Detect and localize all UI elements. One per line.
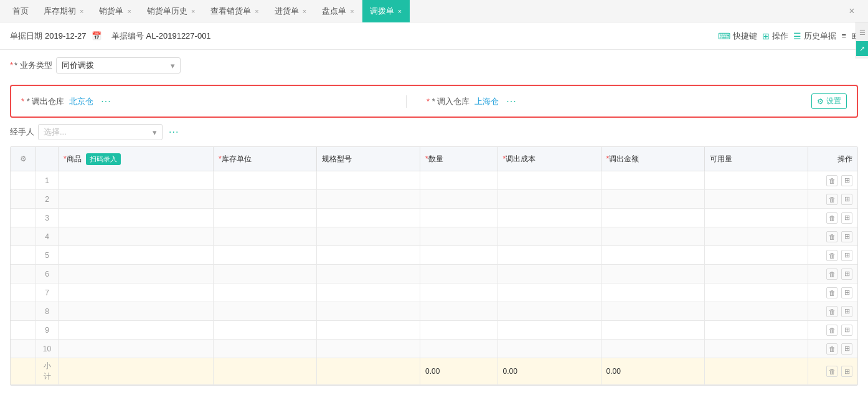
- row-delete-icon[interactable]: 🗑: [826, 250, 837, 261]
- td-cost[interactable]: [498, 340, 601, 358]
- td-cost[interactable]: [498, 302, 601, 321]
- sidebar-link-icon[interactable]: ↗: [856, 41, 869, 56]
- td-qty[interactable]: [420, 227, 498, 246]
- tab-inventory-count[interactable]: 盘点单 ×: [314, 0, 362, 22]
- transfer-out-value[interactable]: 北京仓: [69, 96, 93, 107]
- tab-home[interactable]: 首页: [5, 0, 36, 22]
- tab-close-sales-order[interactable]: ×: [127, 7, 131, 15]
- td-product[interactable]: [59, 283, 214, 302]
- td-amount[interactable]: [601, 340, 704, 358]
- subtotal-copy-icon[interactable]: ⊞: [841, 366, 852, 377]
- tab-transfer-order[interactable]: 调拨单 ×: [362, 0, 410, 22]
- td-amount[interactable]: [601, 265, 704, 283]
- td-spec[interactable]: [317, 246, 420, 265]
- row-delete-icon[interactable]: 🗑: [826, 287, 837, 298]
- row-delete-icon[interactable]: 🗑: [826, 194, 837, 205]
- tab-inventory-init[interactable]: 库存期初 ×: [36, 0, 92, 22]
- td-avail[interactable]: [704, 209, 808, 227]
- row-copy-icon[interactable]: ⊞: [841, 212, 852, 224]
- tab-sales-history[interactable]: 销货单历史 ×: [139, 0, 203, 22]
- row-copy-icon[interactable]: ⊞: [841, 287, 852, 298]
- td-cost[interactable]: [498, 283, 601, 302]
- td-amount[interactable]: [601, 171, 704, 190]
- td-avail[interactable]: [704, 227, 808, 246]
- subtotal-delete-icon[interactable]: 🗑: [826, 366, 837, 377]
- transfer-in-dots-button[interactable]: ···: [506, 96, 516, 107]
- doc-date-value[interactable]: 2019-12-27: [45, 31, 87, 40]
- td-amount[interactable]: [601, 209, 704, 227]
- row-copy-icon[interactable]: ⊞: [841, 175, 852, 186]
- td-unit[interactable]: [214, 302, 317, 321]
- tab-close-transfer-order[interactable]: ×: [398, 7, 402, 15]
- history-button[interactable]: ☰ 历史单据: [793, 31, 836, 42]
- td-amount[interactable]: [601, 190, 704, 209]
- td-avail[interactable]: [704, 265, 808, 283]
- td-qty[interactable]: [420, 209, 498, 227]
- td-amount[interactable]: [601, 283, 704, 302]
- td-cost[interactable]: [498, 227, 601, 246]
- td-qty[interactable]: [420, 190, 498, 209]
- td-spec[interactable]: [317, 302, 420, 321]
- td-avail[interactable]: [704, 321, 808, 340]
- td-cost[interactable]: [498, 246, 601, 265]
- operation-button[interactable]: ⊞ 操作: [762, 31, 788, 42]
- td-product[interactable]: [59, 321, 214, 340]
- td-amount[interactable]: [601, 227, 704, 246]
- td-qty[interactable]: [420, 246, 498, 265]
- handler-dots-button[interactable]: ···: [169, 126, 179, 138]
- td-unit[interactable]: [214, 246, 317, 265]
- td-qty[interactable]: [420, 265, 498, 283]
- td-amount[interactable]: [601, 321, 704, 340]
- td-spec[interactable]: [317, 283, 420, 302]
- td-amount[interactable]: [601, 246, 704, 265]
- row-delete-icon[interactable]: 🗑: [826, 175, 837, 186]
- td-spec[interactable]: [317, 340, 420, 358]
- td-product[interactable]: [59, 246, 214, 265]
- row-copy-icon[interactable]: ⊞: [841, 250, 852, 261]
- td-cost[interactable]: [498, 265, 601, 283]
- td-avail[interactable]: [704, 190, 808, 209]
- row-delete-icon[interactable]: 🗑: [826, 231, 837, 242]
- td-avail[interactable]: [704, 283, 808, 302]
- td-spec[interactable]: [317, 321, 420, 340]
- handler-select[interactable]: 选择... ▾: [38, 124, 163, 140]
- td-spec[interactable]: [317, 227, 420, 246]
- td-product[interactable]: [59, 227, 214, 246]
- table-gear-icon[interactable]: ⚙: [16, 151, 31, 166]
- td-unit[interactable]: [214, 209, 317, 227]
- td-spec[interactable]: [317, 190, 420, 209]
- row-delete-icon[interactable]: 🗑: [826, 269, 837, 280]
- view-list-button[interactable]: ≡: [841, 31, 846, 40]
- td-qty[interactable]: [420, 302, 498, 321]
- window-close-button[interactable]: ×: [841, 0, 863, 22]
- td-cost[interactable]: [498, 190, 601, 209]
- row-copy-icon[interactable]: ⊞: [841, 325, 852, 336]
- row-delete-icon[interactable]: 🗑: [826, 306, 837, 317]
- td-unit[interactable]: [214, 265, 317, 283]
- row-delete-icon[interactable]: 🗑: [826, 212, 837, 224]
- row-delete-icon[interactable]: 🗑: [826, 325, 837, 336]
- td-unit[interactable]: [214, 283, 317, 302]
- row-copy-icon[interactable]: ⊞: [841, 343, 852, 355]
- th-gear[interactable]: ⚙: [11, 147, 36, 171]
- td-avail[interactable]: [704, 171, 808, 190]
- td-cost[interactable]: [498, 171, 601, 190]
- row-copy-icon[interactable]: ⊞: [841, 306, 852, 317]
- td-avail[interactable]: [704, 340, 808, 358]
- td-avail[interactable]: [704, 302, 808, 321]
- td-qty[interactable]: [420, 321, 498, 340]
- td-spec[interactable]: [317, 209, 420, 227]
- calendar-icon[interactable]: 📅: [92, 31, 101, 40]
- scan-button[interactable]: 扫码录入: [86, 153, 121, 165]
- tab-close-inventory-init[interactable]: ×: [80, 7, 83, 15]
- td-qty[interactable]: [420, 171, 498, 190]
- shortcut-button[interactable]: ⌨ 快捷键: [718, 31, 757, 42]
- tab-sales-order[interactable]: 销货单 ×: [92, 0, 139, 22]
- tab-close-inventory-count[interactable]: ×: [350, 7, 354, 15]
- td-product[interactable]: [59, 340, 214, 358]
- settings-button[interactable]: ⚙ 设置: [811, 93, 847, 109]
- td-unit[interactable]: [214, 190, 317, 209]
- td-unit[interactable]: [214, 321, 317, 340]
- transfer-out-dots-button[interactable]: ···: [101, 96, 111, 107]
- td-cost[interactable]: [498, 209, 601, 227]
